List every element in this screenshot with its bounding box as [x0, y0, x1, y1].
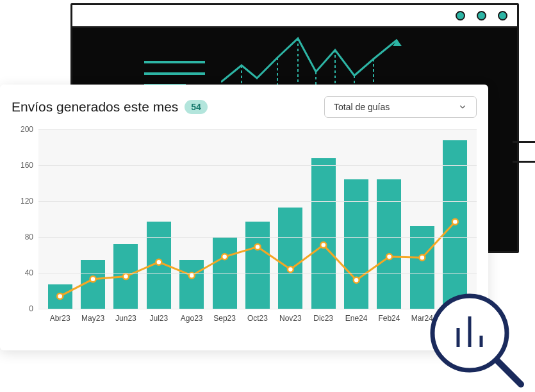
- chart-bar: [245, 222, 270, 309]
- chart-plot: [38, 129, 477, 309]
- window-dot-icon: [477, 11, 486, 20]
- x-axis: Abr23May23Jun23Jul23Ago23Sep23Oct23Nov23…: [38, 309, 477, 323]
- chart-bar: [311, 158, 336, 309]
- browser-titlebar: [72, 5, 517, 28]
- x-tick-label: Ago23: [179, 314, 204, 323]
- y-tick-label: 80: [25, 233, 33, 241]
- chart-bar: [278, 208, 302, 309]
- chart-bar: [81, 260, 105, 309]
- x-tick-label: May23: [81, 314, 105, 323]
- sparkline-chart-icon: [221, 32, 407, 90]
- chart-bar: [147, 222, 171, 309]
- metric-dropdown[interactable]: Total de guías: [324, 96, 477, 118]
- chart-area: 04080120160200 Abr23May23Jun23Jul23Ago23…: [12, 129, 477, 338]
- x-tick-label: Abr23: [48, 314, 72, 323]
- decorative-bars: [513, 141, 535, 181]
- x-tick-label: Dic23: [311, 314, 336, 323]
- chart-bar: [48, 284, 72, 309]
- y-axis: 04080120160200: [12, 129, 38, 309]
- count-badge: 54: [185, 100, 208, 114]
- chart-card: Envíos generados este mes 54 Total de gu…: [0, 85, 488, 350]
- svg-line-12: [498, 361, 521, 384]
- chart-bar: [113, 244, 138, 309]
- x-tick-label: Nov23: [278, 314, 302, 323]
- y-tick-label: 0: [29, 304, 33, 313]
- dropdown-label: Total de guías: [334, 102, 390, 112]
- chart-bar: [377, 179, 401, 309]
- chevron-down-icon: [458, 102, 467, 111]
- y-tick-label: 160: [21, 161, 33, 170]
- x-tick-label: Jul23: [147, 314, 171, 323]
- magnifier-chart-icon: [426, 290, 525, 389]
- x-tick-label: Oct23: [245, 314, 270, 323]
- card-header: Envíos generados este mes 54 Total de gu…: [12, 96, 477, 118]
- chart-bar: [179, 260, 204, 309]
- chart-bar: [344, 179, 368, 309]
- window-dot-icon: [456, 11, 465, 20]
- y-tick-label: 200: [21, 125, 33, 134]
- y-tick-label: 40: [25, 268, 33, 277]
- x-tick-label: Feb24: [377, 314, 401, 323]
- y-tick-label: 120: [21, 197, 33, 206]
- x-tick-label: Jun23: [113, 314, 138, 323]
- x-tick-label: Sep23: [213, 314, 237, 323]
- window-dot-icon: [498, 11, 507, 20]
- card-title: Envíos generados este mes: [12, 99, 178, 115]
- x-tick-label: Ene24: [344, 314, 368, 323]
